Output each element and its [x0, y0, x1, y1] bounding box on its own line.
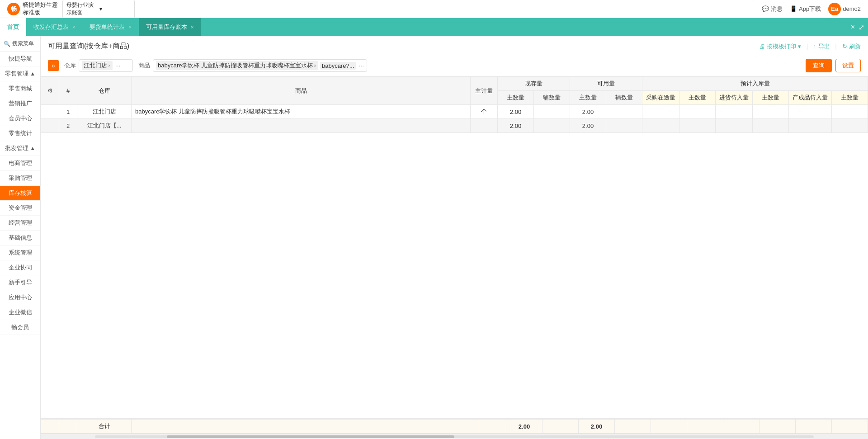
message-icon: 💬 [762, 5, 769, 12]
warehouse-filter-input[interactable]: 江北门店 × ··· [79, 59, 133, 72]
chevron-down-icon: ▾ [798, 43, 801, 50]
sidebar-item-member[interactable]: 会员中心 [0, 111, 40, 126]
page-title: 可用量查询(按仓库+商品) [48, 42, 129, 51]
scrollbar-thumb[interactable] [167, 435, 454, 438]
warehouse-filter: 仓库 江北门店 × ··· [64, 59, 133, 72]
expand-tabs-button[interactable]: ⤢ [859, 23, 864, 32]
th-product: 商品 [132, 77, 471, 105]
th-purchase-main: 主数量 [679, 91, 716, 105]
sidebar-item-purchase[interactable]: 采购管理 [0, 171, 40, 186]
sidebar-item-member-benefits[interactable]: 畅会员 [0, 320, 40, 335]
logo-text: 畅捷通好生意 标准版 [23, 1, 58, 17]
user-menu[interactable]: Ea demo2 [828, 3, 861, 15]
app-download-button[interactable]: 📱 App下载 [790, 5, 821, 13]
scrollbar-track[interactable] [95, 435, 814, 438]
subtotal-row: 2 江北门店【... 2.00 2.00 [41, 119, 868, 133]
warehouse-tag: 江北门店 × [82, 61, 113, 70]
content-area: 可用量查询(按仓库+商品) 🖨 按模板打印 ▾ | ↑ 导出 | ↻ [41, 36, 868, 439]
th-available-group: 可用量 [570, 77, 642, 91]
tab-home[interactable]: 首页 [0, 18, 26, 36]
nav-actions: × ⤢ [847, 18, 868, 36]
sidebar-item-ops[interactable]: 经营管理 [0, 216, 40, 231]
refresh-button[interactable]: ↻ 刷新 [842, 42, 861, 51]
th-settings[interactable]: ⚙ [41, 77, 59, 105]
close-tab-receipt[interactable]: × [72, 24, 75, 30]
sidebar-item-basic-info[interactable]: 基础信息 [0, 231, 40, 245]
refresh-icon: ↻ [842, 43, 847, 50]
total-label: 合计 [77, 420, 132, 434]
sidebar-item-inventory[interactable]: 库存核算 [0, 186, 40, 201]
table-area: ⚙ # 仓库 商品 主计量 [41, 76, 868, 418]
expand-filter-button[interactable]: » [48, 60, 59, 71]
product-tag-2: babycare?... [320, 62, 356, 70]
top-bar: 畅 畅捷通好生意 标准版 母婴行业演示账套 ▾ 💬 消息 📱 App下载 Ea … [0, 0, 868, 18]
th-number: # [59, 77, 77, 105]
export-button[interactable]: ↑ 导出 [813, 42, 830, 51]
product-tag1-close[interactable]: × [314, 63, 316, 68]
product-filter-more[interactable]: ··· [359, 62, 364, 69]
message-button[interactable]: 💬 消息 [762, 5, 783, 13]
close-tab-inventory[interactable]: × [191, 24, 193, 30]
sidebar-item-retail-mgmt[interactable]: 零售管理 ▲ [0, 66, 40, 81]
th-warehouse: 仓库 [77, 77, 132, 105]
table-footer: 合计 2.00 2.00 [41, 418, 868, 434]
sidebar-item-ecom[interactable]: 电商管理 [0, 156, 40, 171]
th-stock-group: 现存量 [498, 77, 570, 91]
page-header: 可用量查询(按仓库+商品) 🖨 按模板打印 ▾ | ↑ 导出 | ↻ [41, 36, 868, 55]
warehouse-tag-close[interactable]: × [108, 63, 111, 68]
print-button[interactable]: 🖨 按模板打印 ▾ [759, 42, 801, 51]
sidebar-item-retail-stats[interactable]: 零售统计 [0, 126, 40, 141]
warehouse-filter-more[interactable]: ··· [115, 62, 121, 69]
tab-spacer [201, 18, 847, 36]
close-tab-order[interactable]: × [128, 24, 131, 30]
filter-bar: » 仓库 江北门店 × ··· 商品 babyca [41, 55, 868, 76]
tab-receipt-summary[interactable]: 收发存汇总表 × [26, 18, 82, 36]
search-menu-button[interactable]: 🔍 搜索菜单 [0, 36, 40, 52]
tab-order-stats[interactable]: 要货单统计表 × [82, 18, 138, 36]
download-icon: 📱 [790, 5, 797, 12]
page-header-actions: 🖨 按模板打印 ▾ | ↑ 导出 | ↻ 刷新 [759, 42, 861, 51]
th-production-group-label: 产成品待入量 [789, 91, 832, 105]
sidebar-item-new-guide[interactable]: 新手引导 [0, 275, 40, 290]
th-production-main: 主数量 [832, 91, 868, 105]
sidebar-item-enterprise-wechat[interactable]: 企业微信 [0, 305, 40, 320]
sidebar: 🔍 搜索菜单 快捷导航 零售管理 ▲ 零售商城 营销推广 会员中心 零售统计 批… [0, 36, 41, 439]
filter-actions: 查询 设置 [806, 59, 861, 72]
print-icon: 🖨 [759, 43, 765, 50]
th-available-main: 主数量 [570, 91, 606, 105]
account-selector[interactable]: 母婴行业演示账套 ▾ [62, 0, 135, 19]
th-purchase-group-label: 采购在途量 [642, 91, 679, 105]
th-stock-main: 主数量 [498, 91, 534, 105]
sidebar-item-wholesale[interactable]: 批发管理 ▲ [0, 141, 40, 156]
total-available-main: 2.00 [579, 420, 615, 434]
top-bar-left: 畅 畅捷通好生意 标准版 母婴行业演示账套 ▾ [7, 0, 135, 19]
total-row: 合计 2.00 2.00 [41, 420, 868, 434]
logo-icon: 畅 [7, 3, 20, 15]
query-button[interactable]: 查询 [806, 59, 832, 72]
product-filter: 商品 babycare学饮杯 儿童防摔防撞吸管杯重力球吸嘴杯宝宝水杯 × bab… [138, 59, 367, 72]
horizontal-scrollbar[interactable] [41, 434, 868, 439]
product-filter-input[interactable]: babycare学饮杯 儿童防摔防撞吸管杯重力球吸嘴杯宝宝水杯 × babyca… [153, 59, 367, 72]
chevron-down-icon: ▾ [99, 6, 131, 12]
th-unit: 主计量 [471, 77, 498, 105]
sidebar-item-app-center[interactable]: 应用中心 [0, 290, 40, 305]
sidebar-item-marketing[interactable]: 营销推广 [0, 96, 40, 111]
sidebar-item-quick-nav[interactable]: 快捷导航 [0, 52, 40, 66]
th-inbound-group-label: 进货待入量 [716, 91, 753, 105]
settings-icon: ⚙ [47, 87, 53, 94]
product-tag-1: babycare学饮杯 儿童防摔防撞吸管杯重力球吸嘴杯宝宝水杯 × [156, 61, 318, 70]
search-icon: 🔍 [4, 41, 10, 47]
th-available-aux: 辅数量 [606, 91, 642, 105]
sidebar-item-sys-mgmt[interactable]: 系统管理 [0, 245, 40, 260]
sidebar-item-retail-mall[interactable]: 零售商城 [0, 81, 40, 96]
close-all-tabs-button[interactable]: × [851, 23, 855, 31]
nav-tabs: 首页 收发存汇总表 × 要货单统计表 × 可用量库存账本 × × ⤢ [0, 18, 868, 36]
table-row: 1 江北门店 babycare学饮杯 儿童防摔防撞吸管杯重力球吸嘴杯宝宝水杯 个… [41, 105, 868, 119]
total-table: 合计 2.00 2.00 [41, 419, 868, 434]
sidebar-item-enterprise-collab[interactable]: 企业协同 [0, 260, 40, 275]
tab-inventory-ledger[interactable]: 可用量库存账本 × [139, 18, 201, 36]
settings-button[interactable]: 设置 [835, 59, 861, 72]
sidebar-item-finance[interactable]: 资金管理 [0, 201, 40, 216]
page-content: 可用量查询(按仓库+商品) 🖨 按模板打印 ▾ | ↑ 导出 | ↻ [41, 36, 868, 439]
total-stock-main: 2.00 [506, 420, 542, 434]
